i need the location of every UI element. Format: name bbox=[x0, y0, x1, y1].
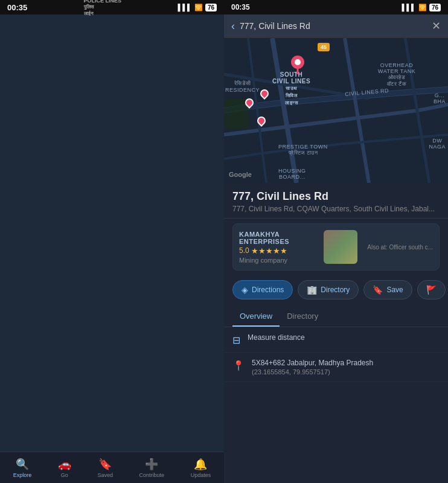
tab-overview[interactable]: Overview bbox=[232, 307, 280, 327]
right-signal-icon: ▌▌▌ bbox=[402, 4, 415, 11]
tab-directory[interactable]: Directory bbox=[280, 307, 325, 327]
info-location[interactable]: 📍 5X84+682 Jabalpur, Madhya Pradesh (23.… bbox=[224, 353, 448, 382]
business-name: KAMAKHYA ENTERPRISES bbox=[239, 231, 318, 245]
directions-label: Directions bbox=[252, 286, 284, 294]
directory-label: Directory bbox=[321, 286, 350, 294]
explore-icon: 🔍 bbox=[16, 458, 29, 471]
business-rating: 5.0 ★★★★★ bbox=[239, 246, 318, 255]
right-status-bar: 00:35 ▌▌▌ 🛜 76 bbox=[224, 0, 448, 14]
svg-point-4 bbox=[295, 59, 301, 65]
right-panel: 00:35 ▌▌▌ 🛜 76 ‹ 777, Civil Lines Rd ✕ bbox=[224, 0, 448, 483]
place-subtitle: 777, Civil Lines Rd, CQAW Quarters, Sout… bbox=[232, 205, 440, 213]
saved-icon: 🔖 bbox=[98, 458, 112, 471]
measure-text: Measure distance bbox=[248, 333, 305, 342]
right-status-icons: ▌▌▌ 🛜 76 bbox=[402, 4, 441, 11]
right-search-bar[interactable]: ‹ 777, Civil Lines Rd ✕ bbox=[224, 14, 448, 38]
left-status-icons: ▌▌▌ 🛜 76 bbox=[178, 4, 217, 11]
action-buttons: ◈ Directions 🏢 Directory 🔖 Save 🚩 bbox=[224, 275, 448, 304]
nav-updates[interactable]: 🔔 Updates bbox=[191, 458, 211, 478]
also-at-label: Also at: Officer south c... bbox=[367, 244, 433, 251]
save-label: Save bbox=[386, 286, 403, 294]
place-info: 777, Civil Lines Rd 777, Civil Lines Rd,… bbox=[224, 183, 448, 219]
info-measure-distance[interactable]: ⊟ Measure distance bbox=[224, 327, 448, 353]
signal-icon: ▌▌▌ bbox=[178, 4, 191, 11]
rating-number: 5.0 bbox=[239, 246, 249, 255]
updates-icon: 🔔 bbox=[194, 458, 207, 471]
battery-badge: 76 bbox=[205, 4, 217, 11]
left-panel: 00:35 POLICE LINESपुलिसलाईन ▌▌▌ 🛜 76 bbox=[0, 0, 224, 483]
left-location-label: POLICE LINESपुलिसलाईन bbox=[84, 0, 122, 17]
right-wifi-icon: 🛜 bbox=[418, 4, 427, 11]
directory-icon: 🏢 bbox=[307, 285, 317, 295]
directions-icon: ◈ bbox=[242, 285, 248, 295]
right-road-badge-45: 45 bbox=[318, 43, 330, 51]
main-location-pin bbox=[290, 55, 305, 77]
right-search-text: 777, Civil Lines Rd bbox=[240, 21, 427, 31]
tabs-row: Overview Directory bbox=[224, 307, 448, 327]
place-title: 777, Civil Lines Rd bbox=[232, 190, 440, 203]
contribute-icon: ➕ bbox=[145, 458, 158, 471]
right-map-pin-3 bbox=[257, 117, 266, 125]
business-type: Mining company bbox=[239, 257, 318, 264]
left-status-bar: 00:35 POLICE LINESपुलिसलाईन ▌▌▌ 🛜 76 bbox=[0, 0, 224, 14]
right-map-pin-1 bbox=[260, 89, 269, 98]
business-card[interactable]: KAMAKHYA ENTERPRISES 5.0 ★★★★★ Mining co… bbox=[232, 223, 440, 270]
right-time: 00:35 bbox=[231, 3, 250, 11]
nav-go[interactable]: 🚗 Go bbox=[58, 458, 71, 478]
nav-go-label: Go bbox=[61, 472, 68, 478]
flag-icon: 🚩 bbox=[426, 285, 437, 295]
save-button[interactable]: 🔖 Save bbox=[363, 280, 412, 299]
nav-explore-label: Explore bbox=[13, 472, 32, 478]
left-time: 00:35 bbox=[7, 3, 27, 12]
right-map: 45 SOUTHCIVIL LINESसाउथसिविललाइन्स रेसिड… bbox=[224, 38, 448, 183]
right-map-pin-2 bbox=[245, 98, 254, 107]
nav-updates-label: Updates bbox=[191, 472, 211, 478]
close-icon[interactable]: ✕ bbox=[432, 19, 441, 33]
go-icon: 🚗 bbox=[58, 458, 71, 471]
nav-contribute-label: Contribute bbox=[139, 472, 165, 478]
right-google-watermark: Google bbox=[229, 171, 252, 178]
right-map-roads bbox=[224, 38, 448, 183]
back-arrow-icon[interactable]: ‹ bbox=[231, 20, 235, 33]
left-bottom-nav: 🔍 Explore 🚗 Go 🔖 Saved ➕ Contribute 🔔 Up… bbox=[0, 452, 224, 483]
wifi-icon: 🛜 bbox=[194, 4, 203, 11]
save-icon: 🔖 bbox=[373, 285, 383, 295]
measure-icon: ⊟ bbox=[232, 334, 240, 346]
business-info: KAMAKHYA ENTERPRISES 5.0 ★★★★★ Mining co… bbox=[239, 231, 318, 264]
location-pin-icon: 📍 bbox=[232, 360, 245, 371]
nav-explore[interactable]: 🔍 Explore bbox=[13, 458, 32, 478]
directions-button[interactable]: ◈ Directions bbox=[232, 280, 293, 299]
rating-stars: ★★★★★ bbox=[251, 246, 287, 255]
flag-button[interactable]: 🚩 bbox=[417, 280, 446, 299]
right-battery-badge: 76 bbox=[429, 4, 441, 11]
right-bottom-panel: 777, Civil Lines Rd 777, Civil Lines Rd,… bbox=[224, 183, 448, 483]
nav-saved-label: Saved bbox=[97, 472, 113, 478]
location-text: 5X84+682 Jabalpur, Madhya Pradesh (23.16… bbox=[252, 359, 373, 376]
nav-contribute[interactable]: ➕ Contribute bbox=[139, 458, 165, 478]
directory-button[interactable]: 🏢 Directory bbox=[298, 280, 359, 299]
business-thumbnail bbox=[324, 230, 357, 264]
nav-saved[interactable]: 🔖 Saved bbox=[97, 458, 113, 478]
